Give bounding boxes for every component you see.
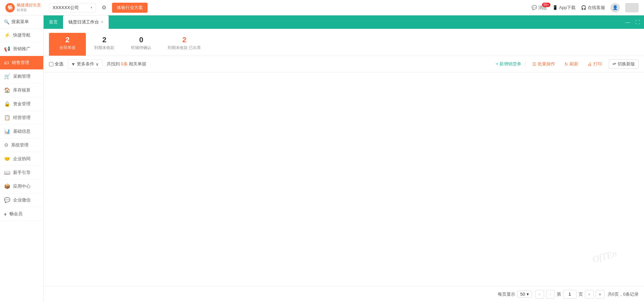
first-page-button[interactable]: « xyxy=(535,290,544,299)
last-page-button[interactable]: » xyxy=(596,290,604,299)
page-number-input[interactable] xyxy=(563,290,577,299)
stat-tab-2[interactable]: 0旺辅待确认 xyxy=(123,33,160,56)
stat-number-2: 0 xyxy=(131,36,152,44)
print-icon: 🖨 xyxy=(588,62,592,67)
guide-label: 新手引导 xyxy=(13,170,31,176)
prev-page-button[interactable]: ‹ xyxy=(546,290,555,299)
online-service-button[interactable]: 🎧 在线客服 xyxy=(581,5,605,11)
stat-tab-0[interactable]: 2全部单据 xyxy=(49,33,86,56)
message-button[interactable]: 💬 消息 99+ xyxy=(532,5,547,11)
member-label: 畅会员 xyxy=(9,211,22,217)
app-download-button[interactable]: 📱 App下载 xyxy=(552,5,576,11)
app-center-label: 应用中心 xyxy=(13,183,31,189)
avatar[interactable]: 👤 xyxy=(610,3,620,12)
divider xyxy=(525,61,526,67)
next-page-button[interactable]: › xyxy=(585,290,594,299)
found-count: 0条 xyxy=(121,61,128,66)
stat-label-1: 到期未收款 xyxy=(94,45,115,51)
company-selector[interactable]: XXXXXX公司 ▾ xyxy=(49,3,96,12)
inventory-label: 库存核算 xyxy=(13,87,31,93)
tab-bar: 首页 钱货日清工作台 × — ⛶ xyxy=(44,15,644,29)
basic-info-icon: 📊 xyxy=(4,128,10,134)
sidebar-item-operations[interactable]: 📋经营管理 xyxy=(0,111,43,125)
stat-tab-3[interactable]: 2到期未收款 已出库 xyxy=(160,33,209,56)
add-sales-order-button[interactable]: + 新增销货单 xyxy=(496,61,521,67)
cooperation-icon: 🤝 xyxy=(4,156,10,162)
print-button[interactable]: 🖨 打印 xyxy=(585,60,605,68)
sales-icon: 🏷 xyxy=(4,60,9,66)
content-area: 2全部单据2到期未收款0旺辅待确认2到期未收款 已出库 全选 ▼ 更多条件 ∨ … xyxy=(44,29,644,302)
tab-minimize-icon[interactable]: — xyxy=(624,18,631,26)
batch-label: 批量操作 xyxy=(538,61,555,67)
quick-nav-icon: ⚡ xyxy=(4,32,10,38)
batch-operation-button[interactable]: ☰ 批量操作 xyxy=(530,60,558,68)
select-all-input[interactable] xyxy=(49,62,53,66)
sidebar-item-wechat[interactable]: 💬企业微信 xyxy=(0,193,43,207)
found-suffix: 相关单据 xyxy=(129,61,146,66)
message-badge: 99+ xyxy=(542,3,550,7)
sidebar-item-inventory[interactable]: 🏠库存核算 xyxy=(0,83,43,97)
sidebar-item-marketing[interactable]: 📢营销推广 xyxy=(0,42,43,56)
switch-label: 切换新版 xyxy=(618,61,635,66)
stat-tab-1[interactable]: 2到期未收款 xyxy=(86,33,123,56)
tab-home-label: 首页 xyxy=(49,19,58,25)
main-content: 首页 钱货日清工作台 × — ⛶ 2全部单据2到期未收款0旺辅待确认2到期未收款… xyxy=(44,15,644,302)
page-suffix-label: 页 xyxy=(579,291,583,297)
member-icon: ♦ xyxy=(4,211,7,217)
sidebar: 🔍 搜索菜单 ⚡快捷导航📢营销推广🏷销售管理🛒采购管理🏠库存核算🔒资金管理📋经营… xyxy=(0,15,44,302)
sales-label: 销售管理 xyxy=(12,60,29,66)
trial-button[interactable]: 体验行业方案 xyxy=(112,3,148,13)
avatar-icon: 👤 xyxy=(612,5,618,10)
sidebar-item-basic-info[interactable]: 📊基础信息 xyxy=(0,125,43,138)
purchase-label: 采购管理 xyxy=(13,73,31,79)
app-download-label: App下载 xyxy=(559,5,576,11)
refresh-button[interactable]: ↻ 刷新 xyxy=(562,60,581,68)
logo-icon: 畅 xyxy=(5,3,15,12)
toolbar-right: + 新增销货单 ☰ 批量操作 ↻ 刷新 🖨 打印 ⇌ xyxy=(496,59,639,69)
sidebar-item-quick-nav[interactable]: ⚡快捷导航 xyxy=(0,28,43,42)
select-all-checkbox[interactable]: 全选 xyxy=(49,61,63,67)
data-table-area xyxy=(44,72,644,286)
search-icon: 🔍 xyxy=(4,19,9,24)
tab-home[interactable]: 首页 xyxy=(44,15,63,29)
stat-number-0: 2 xyxy=(57,36,78,44)
message-icon: 💬 xyxy=(532,5,537,10)
found-text: 共找到 0条 相关单据 xyxy=(107,61,146,67)
sidebar-item-purchase[interactable]: 🛒采购管理 xyxy=(0,70,43,83)
purchase-icon: 🛒 xyxy=(4,73,10,79)
stat-number-3: 2 xyxy=(168,36,201,44)
found-prefix: 共找到 xyxy=(107,61,120,66)
page-prefix-label: 第 xyxy=(557,291,561,297)
tab-expand-icon[interactable]: ⛶ xyxy=(634,18,641,26)
finance-icon: 🔒 xyxy=(4,101,10,107)
switch-icon: ⇌ xyxy=(612,61,616,66)
sidebar-item-app-center[interactable]: 📦应用中心 xyxy=(0,180,43,193)
user-panel[interactable] xyxy=(625,3,639,12)
pagination: 每页显示 50 ▾ « ‹ 第 页 › » 共0页，0条记录 xyxy=(44,286,644,302)
sidebar-item-cooperation[interactable]: 🤝企业协同 xyxy=(0,152,43,166)
service-icon: 🎧 xyxy=(581,5,586,10)
app-name: 畅捷通好生意 xyxy=(17,3,41,8)
settings-button[interactable]: ⚙ xyxy=(99,3,109,12)
sidebar-item-system[interactable]: ⚙系统管理 xyxy=(0,138,43,152)
operations-label: 经营管理 xyxy=(13,115,31,121)
filter-button[interactable]: ▼ 更多条件 ∨ xyxy=(67,59,103,69)
sidebar-item-finance[interactable]: 🔒资金管理 xyxy=(0,97,43,111)
header-right: 💬 消息 99+ 📱 App下载 🎧 在线客服 👤 xyxy=(532,3,639,12)
marketing-label: 营销推广 xyxy=(13,46,31,52)
sidebar-item-sales[interactable]: 🏷销售管理 xyxy=(0,56,43,70)
search-menu[interactable]: 🔍 搜索菜单 xyxy=(0,15,43,28)
per-page-select[interactable]: 50 ▾ xyxy=(517,291,532,298)
tab-active[interactable]: 钱货日清工作台 × xyxy=(63,15,109,29)
stats-bar: 2全部单据2到期未收款0旺辅待确认2到期未收款 已出库 xyxy=(44,29,644,56)
sidebar-item-guide[interactable]: 📖新手引导 xyxy=(0,166,43,180)
stats-tabs: 2全部单据2到期未收款0旺辅待确认2到期未收款 已出库 xyxy=(49,33,639,56)
basic-info-label: 基础信息 xyxy=(13,128,31,134)
company-name: XXXXXX公司 xyxy=(53,5,79,11)
switch-version-button[interactable]: ⇌ 切换新版 xyxy=(609,59,639,69)
marketing-icon: 📢 xyxy=(4,46,10,52)
page-size-selector: 每页显示 50 ▾ xyxy=(498,291,532,298)
tab-close-icon[interactable]: × xyxy=(101,20,103,24)
top-header: 畅 畅捷通好生意 标准版 XXXXXX公司 ▾ ⚙ 体验行业方案 💬 消息 99… xyxy=(0,0,644,15)
sidebar-item-member[interactable]: ♦畅会员 xyxy=(0,207,43,221)
